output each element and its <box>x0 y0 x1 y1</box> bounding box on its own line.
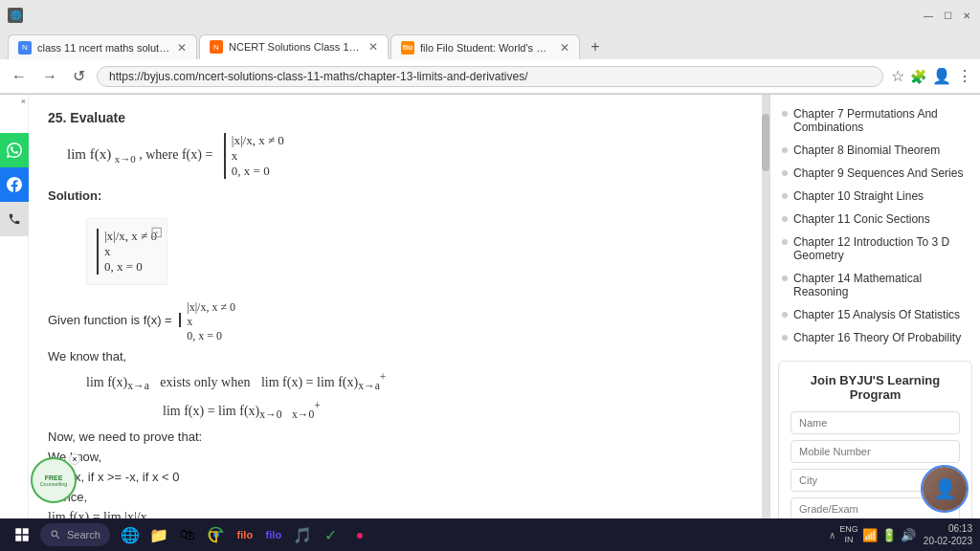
chapter-item-ch12[interactable]: Chapter 12 Introduction To 3 D Geometry <box>770 231 980 267</box>
join-form-title: Join BYJU'S Learning Program <box>791 373 960 402</box>
formula-box: |x|/x, x ≠ 0 x 0, x = 0 ⊡ <box>86 218 167 285</box>
tab-1-close[interactable]: ✕ <box>177 41 187 55</box>
badge-close[interactable]: × <box>69 453 80 465</box>
tab-3-close[interactable]: ✕ <box>560 41 569 55</box>
tab-2-title: NCERT Solutions Class 11 Maths <box>229 41 363 53</box>
chapter-dot <box>782 216 788 222</box>
chapter-label: Chapter 7 Permutations And Combinations <box>793 107 969 134</box>
minimize-button[interactable]: — <box>923 10 934 21</box>
limit-expression: lim f(x) x→0 , where f(x) = |x|/x, x ≠ 0… <box>48 133 743 179</box>
chapter-item-ch15[interactable]: Chapter 15 Analysis Of Statistics <box>770 303 980 326</box>
chapter-item-ch13[interactable]: Chapter 14 Mathematical Reasoning <box>770 267 980 303</box>
forward-button[interactable]: → <box>38 66 61 87</box>
abs-eq: |x| = x, if x >= -x, if x < 0 <box>48 470 743 484</box>
limit-formula: lim f(x)x→a exists only when lim f(x) = … <box>48 371 743 392</box>
tab-3-title: filo Filo Student: World's Only Live le <box>420 42 554 54</box>
chapter-label: Chapter 12 Introduction To 3 D Geometry <box>793 235 969 262</box>
taskbar-right: ∧ ENGIN 📶 🔋 🔊 06:13 20-02-2023 <box>829 522 972 547</box>
new-tab-button[interactable]: + <box>582 34 609 59</box>
taskbar-filo2-icon[interactable]: filo <box>261 522 286 547</box>
limit-formula-2: lim f(x) = lim f(x)x→0 x→0+ <box>48 400 743 421</box>
chapter-label: Chapter 14 Mathematical Reasoning <box>793 272 969 298</box>
tab-3-favicon: filo <box>401 41 414 55</box>
chapters-list: Chapter 7 Permutations And CombinationsC… <box>770 102 980 349</box>
back-button[interactable]: ← <box>8 66 31 87</box>
star-icon[interactable]: ☆ <box>891 67 904 85</box>
chapter-item-ch7[interactable]: Chapter 7 Permutations And Combinations <box>770 102 980 139</box>
chapter-label: Chapter 16 Theory Of Probability <box>793 331 961 344</box>
maximize-button[interactable]: ☐ <box>942 10 953 21</box>
tab-1[interactable]: N class 11 ncert maths solutions - ✕ <box>8 34 197 59</box>
chapter-label: Chapter 8 Binomial Theorem <box>793 143 940 157</box>
taskbar-chrome-icon[interactable] <box>204 522 229 547</box>
start-button[interactable] <box>8 524 36 545</box>
taskbar-store-icon[interactable]: 🛍 <box>175 522 200 547</box>
scan-icon[interactable]: ⊡ <box>150 223 163 241</box>
title-bar: 🌐 — ☐ ✕ <box>0 0 980 31</box>
chapter-item-ch8[interactable]: Chapter 8 Binomial Theorem <box>770 139 980 162</box>
taskbar-checkmark-icon[interactable]: ✓ <box>319 522 344 547</box>
chapter-dot <box>782 147 788 153</box>
close-button[interactable]: ✕ <box>961 10 972 21</box>
taskbar: Search 🌐 📁 🛍 filo filo 🎵 ✓ ● ∧ ENGIN 📶 🔋… <box>0 518 980 551</box>
taskbar-app1-icon[interactable]: ● <box>347 522 372 547</box>
url-input[interactable] <box>97 66 883 87</box>
formula-display: |x|/x, x ≠ 0 x 0, x = 0 ⊡ <box>86 210 743 293</box>
taskbar-filo-icon[interactable]: filo <box>233 522 257 547</box>
profile-icon[interactable]: 👤 <box>932 67 951 85</box>
scrollbar-thumb[interactable] <box>762 114 769 171</box>
taskbar-clock[interactable]: 06:13 20-02-2023 <box>924 522 972 547</box>
social-sidebar: × <box>0 95 29 551</box>
article-content: 25. Evaluate lim f(x) x→0 , where f(x) =… <box>29 95 762 551</box>
battery-icon[interactable]: 🔋 <box>881 528 897 542</box>
tab-2-favicon: N <box>210 40 223 54</box>
avatar: 👤 <box>921 465 969 513</box>
lang-region[interactable]: ENGIN <box>839 524 858 545</box>
reload-button[interactable]: ↺ <box>69 65 89 87</box>
taskbar-edge-icon[interactable]: 🌐 <box>118 522 143 547</box>
free-label: FREE <box>45 474 63 481</box>
taskbar-spotify-icon[interactable]: 🎵 <box>290 522 315 547</box>
tab-1-title: class 11 ncert maths solutions - <box>37 42 171 54</box>
chapter-item-ch16[interactable]: Chapter 16 Theory Of Probability <box>770 326 980 349</box>
chapter-label: Chapter 11 Conic Sections <box>793 212 930 226</box>
taskbar-folder-icon[interactable]: 📁 <box>146 522 171 547</box>
svg-rect-2 <box>15 536 21 541</box>
facebook-button[interactable] <box>0 167 29 202</box>
chapter-item-ch11[interactable]: Chapter 11 Conic Sections <box>770 208 980 231</box>
avatar-image: 👤 <box>923 467 967 511</box>
tray-arrow[interactable]: ∧ <box>829 530 835 540</box>
we-know2-text: We know, <box>48 450 743 464</box>
volume-icon[interactable]: 🔊 <box>901 528 916 542</box>
chapter-dot <box>782 193 788 199</box>
chapter-dot <box>782 111 788 117</box>
social-sidebar-close[interactable]: × <box>21 97 26 106</box>
tab-2[interactable]: N NCERT Solutions Class 11 Maths ✕ <box>199 34 389 59</box>
more-menu-icon[interactable]: ⋮ <box>957 67 972 85</box>
window-controls: — ☐ ✕ <box>923 10 972 21</box>
tab-3[interactable]: filo filo Filo Student: World's Only Liv… <box>390 34 580 59</box>
content-area: × 25. Evaluate lim f(x) x→0 , where f(x)… <box>0 95 980 551</box>
chapter-dot <box>782 335 788 341</box>
counselling-label: Counselling <box>40 481 68 487</box>
whatsapp-button[interactable] <box>0 133 29 167</box>
phone-button[interactable] <box>0 202 29 236</box>
window-icon: 🌐 <box>8 8 23 23</box>
chapter-dot <box>782 312 788 318</box>
chapter-item-ch9[interactable]: Chapter 9 Sequences And Series <box>770 162 980 185</box>
toolbar-right: ☆ 🧩 👤 ⋮ <box>891 67 972 85</box>
tab-2-close[interactable]: ✕ <box>368 40 378 54</box>
name-input[interactable] <box>791 411 960 434</box>
taskbar-search-box[interactable]: Search <box>40 523 110 546</box>
scrollbar[interactable] <box>762 95 769 551</box>
mobile-input[interactable] <box>791 440 960 463</box>
chapter-item-ch10[interactable]: Chapter 10 Straight Lines <box>770 185 980 208</box>
now-prove-text: Now, we need to prove that: <box>48 430 743 444</box>
svg-rect-1 <box>23 528 29 534</box>
free-counselling-badge[interactable]: FREE Counselling × <box>31 457 77 503</box>
extensions-icon[interactable]: 🧩 <box>910 69 926 84</box>
wifi-icon[interactable]: 📶 <box>862 528 878 542</box>
chapter-label: Chapter 9 Sequences And Series <box>793 166 963 180</box>
question-number: 25. Evaluate <box>48 110 743 125</box>
title-bar-left: 🌐 <box>8 8 23 23</box>
